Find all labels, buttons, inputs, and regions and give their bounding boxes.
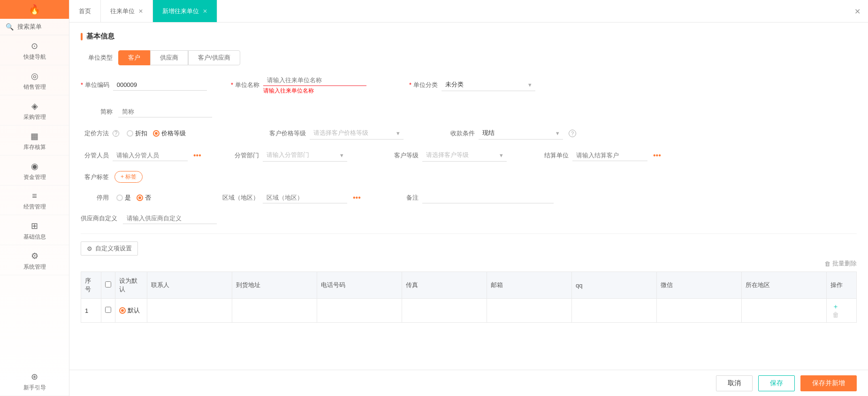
select-all-checkbox[interactable]	[105, 281, 111, 287]
add-tag-button[interactable]: + 标签	[114, 171, 143, 183]
section-accent-icon	[81, 33, 83, 40]
sidebar-item-label: 经营管理	[23, 203, 46, 211]
row-default-label: 默认	[128, 306, 140, 315]
cancel-button[interactable]: 取消	[716, 375, 753, 391]
payment-terms-value: 现结	[482, 129, 495, 137]
operations-icon: ≡	[32, 191, 37, 201]
row-region-input[interactable]	[746, 307, 822, 314]
row-wechat-input[interactable]	[661, 307, 738, 314]
customer-level-group: 客户等级 请选择客户等级 ▾	[390, 149, 541, 162]
row-qq[interactable]	[572, 299, 657, 323]
row-phone[interactable]	[317, 299, 402, 323]
discount-label: 折扣	[135, 129, 147, 138]
settlement-unit-input[interactable]	[572, 150, 647, 161]
payment-terms-select[interactable]: 现结 ▾	[479, 127, 563, 140]
tab-bar: 首页 往来单位 ✕ 新增往来单位 ✕ ✕	[69, 0, 868, 23]
category-dropdown-icon: ▾	[528, 81, 532, 88]
pricing-level-radio[interactable]: 价格等级	[153, 129, 186, 138]
pricing-discount-radio[interactable]: 折扣	[127, 129, 147, 138]
tab-home[interactable]: 首页	[69, 0, 101, 22]
purchase-icon: ◈	[31, 101, 38, 111]
disable-no-circle	[137, 194, 143, 201]
batch-delete-label[interactable]: 批量删除	[832, 259, 857, 268]
unit-code-group: 单位编码	[81, 79, 231, 91]
batch-delete-area: 🗑 批量删除	[81, 259, 857, 268]
col-qq: qq	[572, 272, 657, 299]
unit-type-both-button[interactable]: 客户/供应商	[188, 50, 240, 65]
tab-new-partner[interactable]: 新增往来单位 ✕	[153, 0, 217, 22]
manager-input[interactable]	[113, 150, 188, 161]
manager-row: 分管人员 ••• 分管部门 请输入分管部门 ▾ 客户等级 请选择客户等级 ▾	[81, 149, 857, 162]
unit-category-select[interactable]: 未分类 ▾	[442, 78, 535, 91]
remarks-input[interactable]	[422, 192, 554, 203]
save-and-new-button[interactable]: 保存并新增	[800, 375, 857, 391]
sidebar-item-quick-nav[interactable]: ⊙ 快捷导航	[0, 35, 69, 65]
dept-dropdown-icon: ▾	[340, 152, 343, 159]
short-name-label: 简称	[100, 108, 113, 115]
disable-label: 停用	[81, 194, 109, 202]
tab-partner[interactable]: 往来单位 ✕	[101, 0, 153, 22]
sidebar-item-system[interactable]: ⚙ 系统管理	[0, 245, 69, 275]
tab-new-partner-close-icon[interactable]: ✕	[203, 8, 207, 15]
sidebar-item-inventory[interactable]: ▦ 库存核算	[0, 125, 69, 155]
unit-type-group: 客户 供应商 客户/供应商	[118, 50, 240, 65]
row-phone-input[interactable]	[321, 307, 398, 314]
region-input[interactable]	[263, 192, 347, 203]
sidebar-item-finance[interactable]: ◉ 资金管理	[0, 155, 69, 186]
row-address[interactable]	[232, 299, 317, 323]
tab-partner-close-icon[interactable]: ✕	[138, 8, 143, 15]
row-region[interactable]	[742, 299, 827, 323]
row-select-checkbox[interactable]	[105, 307, 111, 313]
delete-row-icon[interactable]: 🗑	[832, 311, 839, 318]
sidebar-item-label: 销售管理	[23, 83, 46, 91]
unit-name-input[interactable]	[263, 75, 366, 86]
row-email-input[interactable]	[491, 307, 568, 314]
pricing-help-icon[interactable]: ?	[113, 130, 119, 137]
manager-more-icon[interactable]: •••	[191, 151, 203, 160]
settlement-unit-label: 结算单位	[541, 151, 569, 160]
customer-level-placeholder: 请选择客户等级	[426, 151, 469, 159]
unit-code-input[interactable]	[113, 79, 207, 91]
unit-type-customer-button[interactable]: 客户	[118, 50, 150, 65]
unit-category-value: 未分类	[445, 80, 464, 89]
discount-radio-circle	[127, 130, 133, 137]
row-contact[interactable]	[147, 299, 232, 323]
sidebar-item-operations[interactable]: ≡ 经营管理	[0, 186, 69, 215]
row-default-radio[interactable]: 默认	[119, 306, 143, 315]
close-all-tabs-icon[interactable]: ✕	[854, 7, 860, 16]
pricing-method-group: 定价方法 ? 折扣 价格等级	[81, 129, 268, 138]
unit-code-label: 单位编码	[81, 81, 109, 89]
settlement-unit-more-icon[interactable]: •••	[651, 151, 663, 160]
supplier-custom-input[interactable]	[123, 213, 217, 224]
form-divider	[81, 233, 857, 234]
search-menu-item[interactable]: 🔍 搜索菜单	[0, 19, 69, 35]
customer-level-select[interactable]: 请选择客户等级 ▾	[422, 149, 507, 162]
row-wechat[interactable]	[657, 299, 742, 323]
customer-price-level-select[interactable]: 请选择客户价格等级 ▾	[310, 127, 404, 140]
row-checkbox	[101, 299, 115, 323]
unit-type-supplier-button[interactable]: 供应商	[150, 50, 188, 65]
custom-settings-button[interactable]: ⚙ 自定义项设置	[81, 241, 138, 256]
row-contact-input[interactable]	[151, 307, 228, 314]
payment-terms-help-icon[interactable]: ?	[569, 130, 576, 137]
row-email[interactable]	[487, 299, 572, 323]
row-qq-input[interactable]	[576, 307, 653, 314]
row-address-input[interactable]	[236, 307, 313, 314]
disable-no-radio[interactable]: 否	[137, 194, 151, 202]
short-name-input[interactable]	[118, 106, 212, 117]
region-more-icon[interactable]: •••	[351, 194, 363, 202]
sidebar-item-sales[interactable]: ◎ 销售管理	[0, 65, 69, 95]
row-fax[interactable]	[402, 299, 487, 323]
disable-yes-radio[interactable]: 是	[116, 194, 131, 202]
sidebar-item-guide[interactable]: ⊛ 新手引导	[0, 366, 69, 396]
table-header-row: 序号 设为默认 联系人 到货地址 电话号码 传真 邮箱 qq 微信 所在地区 操…	[81, 272, 857, 299]
dept-select[interactable]: 请输入分管部门 ▾	[263, 149, 347, 162]
add-row-icon[interactable]: ＋	[832, 303, 839, 310]
row-fax-input[interactable]	[406, 307, 483, 314]
sidebar-item-purchase[interactable]: ◈ 采购管理	[0, 95, 69, 125]
sidebar-item-label: 系统管理	[23, 263, 46, 271]
sidebar-item-basic[interactable]: ⊞ 基础信息	[0, 215, 69, 245]
col-fax: 传真	[402, 272, 487, 299]
save-button[interactable]: 保存	[758, 375, 795, 391]
disable-yes-label: 是	[125, 194, 131, 202]
